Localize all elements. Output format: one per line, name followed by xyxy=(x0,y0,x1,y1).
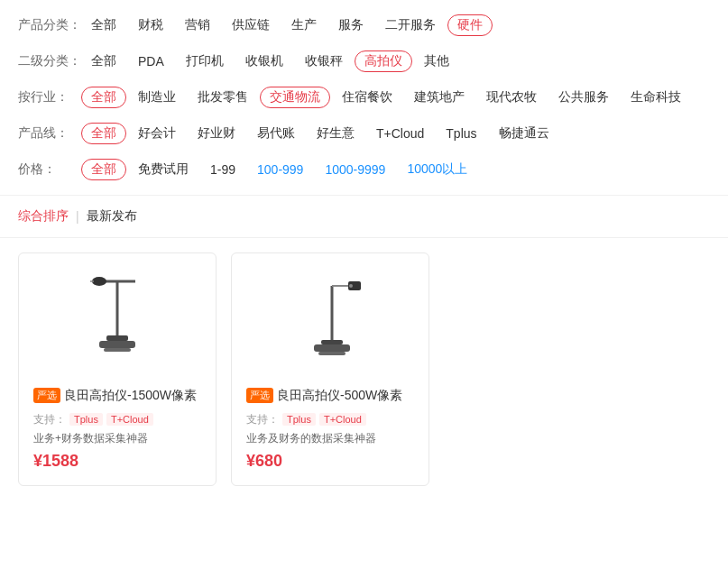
cat-supply[interactable]: 供应链 xyxy=(222,14,280,36)
product-category-label: 产品分类： xyxy=(18,17,81,33)
line-haoyecai[interactable]: 好业财 xyxy=(188,123,245,144)
ind-hospitality[interactable]: 住宿餐饮 xyxy=(332,87,402,108)
industry-label: 按行业： xyxy=(18,89,81,106)
tag-tplus-1: Tplus xyxy=(69,413,103,426)
badge-yanxuan-2: 严选 xyxy=(246,388,273,403)
price-all[interactable]: 全部 xyxy=(81,159,126,180)
sec-cashier[interactable]: 收银机 xyxy=(235,50,293,72)
svg-point-10 xyxy=(349,284,353,288)
sec-scanner[interactable]: 高拍仪 xyxy=(355,50,412,72)
cat-erkai[interactable]: 二开服务 xyxy=(375,14,446,36)
tag-tcloud-2: T+Cloud xyxy=(319,413,366,426)
industry-row: 按行业： 全部 制造业 批发零售 交通物流 住宿餐饮 建筑地产 现代农牧 公共服… xyxy=(18,79,710,115)
ind-manufacturing[interactable]: 制造业 xyxy=(128,87,186,108)
product-category-row: 产品分类： 全部 财税 营销 供应链 生产 服务 二开服务 硬件 xyxy=(18,7,710,43)
price-free[interactable]: 免费试用 xyxy=(128,159,198,180)
support-row-2: 支持： Tplus T+Cloud xyxy=(246,412,414,427)
scanner-svg-2 xyxy=(294,272,366,372)
filter-section: 产品分类： 全部 财税 营销 供应链 生产 服务 二开服务 硬件 二级分类： 全… xyxy=(0,0,728,196)
svg-rect-3 xyxy=(106,335,128,341)
industry-items: 全部 制造业 批发零售 交通物流 住宿餐饮 建筑地产 现代农牧 公共服务 生命科… xyxy=(81,87,691,108)
svg-rect-4 xyxy=(99,341,135,348)
sort-divider: | xyxy=(76,209,79,224)
secondary-category-items: 全部 PDA 打印机 收银机 收银秤 高拍仪 其他 xyxy=(81,50,459,72)
product-image-2 xyxy=(246,268,414,376)
product-image-1 xyxy=(33,268,201,376)
line-tplus[interactable]: Tplus xyxy=(436,124,486,143)
line-changjie[interactable]: 畅捷通云 xyxy=(489,123,559,144)
product-line-row: 产品线： 全部 好会计 好业财 易代账 好生意 T+Cloud Tplus 畅捷… xyxy=(18,115,710,151)
tag-tplus-2: Tplus xyxy=(282,413,316,426)
support-row-1: 支持： Tplus T+Cloud xyxy=(33,412,201,427)
ind-all[interactable]: 全部 xyxy=(81,87,126,108)
products-area: 严选 良田高拍仪-1500W像素 支持： Tplus T+Cloud 业务+财务… xyxy=(0,238,728,500)
ind-realestate[interactable]: 建筑地产 xyxy=(404,87,475,108)
tag-tcloud-1: T+Cloud xyxy=(106,413,153,426)
sec-pda[interactable]: PDA xyxy=(128,51,174,71)
sec-printer[interactable]: 打印机 xyxy=(176,50,234,72)
product-name-1: 良田高拍仪-1500W像素 xyxy=(64,387,197,405)
ind-biotech[interactable]: 生命科技 xyxy=(621,87,691,108)
price-100-999[interactable]: 100-999 xyxy=(247,160,313,179)
ind-public[interactable]: 公共服务 xyxy=(548,87,619,108)
product-desc-1: 业务+财务数据采集神器 xyxy=(33,431,201,446)
ind-agriculture[interactable]: 现代农牧 xyxy=(476,87,547,108)
price-10000up[interactable]: 10000以上 xyxy=(397,159,477,180)
sort-latest[interactable]: 最新发布 xyxy=(87,205,137,228)
price-items: 全部 免费试用 1-99 100-999 1000-9999 10000以上 xyxy=(81,159,477,180)
support-label-1: 支持： xyxy=(33,412,66,427)
line-tcloud[interactable]: T+Cloud xyxy=(366,124,434,143)
secondary-category-label: 二级分类： xyxy=(18,53,81,69)
price-1-99[interactable]: 1-99 xyxy=(200,160,245,179)
svg-rect-12 xyxy=(314,344,350,352)
secondary-category-row: 二级分类： 全部 PDA 打印机 收银机 收银秤 高拍仪 其他 xyxy=(18,43,710,79)
svg-point-2 xyxy=(92,277,106,286)
price-1000-9999[interactable]: 1000-9999 xyxy=(315,160,395,179)
product-price-1: ¥1588 xyxy=(33,452,201,471)
product-name-2: 良田高拍仪-500W像素 xyxy=(277,387,402,405)
line-yidaizhang[interactable]: 易代账 xyxy=(247,123,305,144)
cat-all[interactable]: 全部 xyxy=(81,14,126,36)
product-category-items: 全部 财税 营销 供应链 生产 服务 二开服务 硬件 xyxy=(81,14,493,36)
price-row: 价格： 全部 免费试用 1-99 100-999 1000-9999 10000… xyxy=(18,151,710,188)
ind-wholesale[interactable]: 批发零售 xyxy=(188,87,258,108)
cat-finance[interactable]: 财税 xyxy=(128,14,173,36)
line-haoshengyi[interactable]: 好生意 xyxy=(307,123,364,144)
product-card-2[interactable]: 严选 良田高拍仪-500W像素 支持： Tplus T+Cloud 业务及财务的… xyxy=(231,252,429,486)
support-label-2: 支持： xyxy=(246,412,279,427)
product-name-row-1: 严选 良田高拍仪-1500W像素 xyxy=(33,387,201,405)
product-card-1[interactable]: 严选 良田高拍仪-1500W像素 支持： Tplus T+Cloud 业务+财务… xyxy=(18,252,217,486)
ind-transport[interactable]: 交通物流 xyxy=(260,87,330,108)
svg-rect-5 xyxy=(104,348,131,352)
product-price-2: ¥680 xyxy=(246,452,414,471)
badge-yanxuan-1: 严选 xyxy=(33,388,60,403)
sec-other[interactable]: 其他 xyxy=(414,50,459,72)
sec-scale[interactable]: 收银秤 xyxy=(295,50,353,72)
line-all[interactable]: 全部 xyxy=(81,123,126,144)
product-desc-2: 业务及财务的数据采集神器 xyxy=(246,431,414,446)
scanner-svg-1 xyxy=(81,272,153,372)
cat-service[interactable]: 服务 xyxy=(328,14,373,36)
line-haohuiji[interactable]: 好会计 xyxy=(128,123,186,144)
cat-production[interactable]: 生产 xyxy=(281,14,327,36)
product-name-row-2: 严选 良田高拍仪-500W像素 xyxy=(246,387,414,405)
sort-comprehensive[interactable]: 综合排序 xyxy=(18,205,69,228)
product-line-items: 全部 好会计 好业财 易代账 好生意 T+Cloud Tplus 畅捷通云 xyxy=(81,123,559,144)
sec-all[interactable]: 全部 xyxy=(81,50,126,72)
product-line-label: 产品线： xyxy=(18,125,81,142)
cat-hardware[interactable]: 硬件 xyxy=(447,14,493,36)
svg-rect-13 xyxy=(318,352,346,355)
svg-rect-11 xyxy=(321,340,343,344)
cat-marketing[interactable]: 营销 xyxy=(175,14,220,36)
sort-bar: 综合排序 | 最新发布 xyxy=(0,196,728,238)
price-label: 价格： xyxy=(18,161,81,178)
